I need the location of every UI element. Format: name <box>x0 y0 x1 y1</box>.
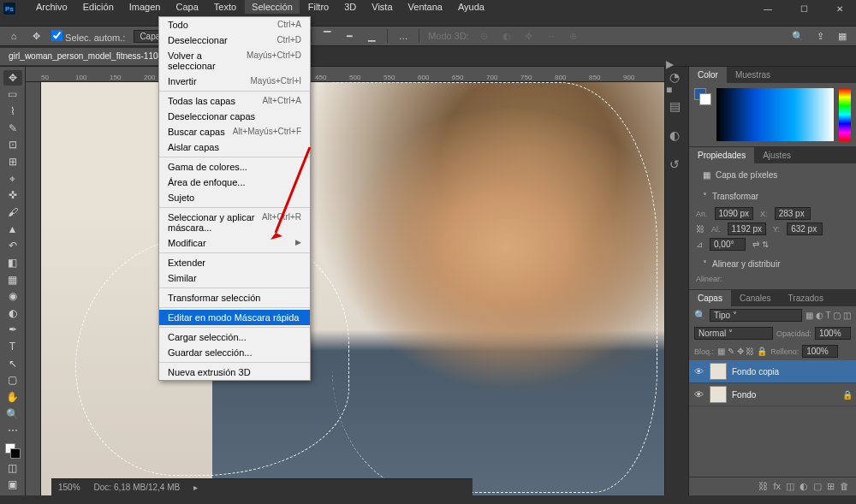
edit-toolbar[interactable]: ⋯ <box>3 423 22 438</box>
eyedropper-tool[interactable]: ⌖ <box>3 171 22 187</box>
layer-name[interactable]: Fondo <box>732 390 837 400</box>
3d-pan-icon[interactable]: ✥ <box>522 29 536 43</box>
new-layer-icon[interactable]: ⊞ <box>827 481 835 492</box>
width-field[interactable]: 1090 px <box>715 207 754 220</box>
history-icon[interactable]: ↺ <box>669 157 685 173</box>
move-tool[interactable]: ✥ <box>3 70 22 86</box>
menu-item-transformar-selecci-n[interactable]: Transformar selección <box>159 290 310 305</box>
tab-layers[interactable]: Capas <box>689 290 731 306</box>
menu-item-modificar[interactable]: Modificar▶ <box>159 235 310 251</box>
layer-name[interactable]: Fondo copia <box>732 367 853 377</box>
menu-item-aislar-capas[interactable]: Aislar capas <box>159 139 310 155</box>
eraser-tool[interactable]: ◧ <box>3 255 22 270</box>
angle-field[interactable]: 0,00° <box>710 238 746 251</box>
delete-icon[interactable]: 🗑 <box>840 481 849 492</box>
align-middle-icon[interactable]: ━ <box>342 29 356 43</box>
transform-header[interactable]: ˅ Transformar <box>696 188 849 205</box>
tab-adjustments[interactable]: Ajustes <box>754 147 800 163</box>
menu-item-volver-a-seleccionar[interactable]: Volver a seleccionarMayús+Ctrl+D <box>159 48 310 74</box>
healing-tool[interactable]: ✜ <box>3 187 22 203</box>
path-tool[interactable]: ↖ <box>3 356 22 371</box>
menu-edición[interactable]: Edición <box>76 0 121 14</box>
y-field[interactable]: 632 px <box>787 222 823 235</box>
menu-item-nueva-extrusi-n-3d[interactable]: Nueva extrusión 3D <box>159 365 310 380</box>
menu-filtro[interactable]: Filtro <box>301 0 336 14</box>
stamp-tool[interactable]: ▲ <box>3 222 22 237</box>
menu-3d[interactable]: 3D <box>337 0 363 14</box>
adjustments-icon[interactable]: ◐ <box>669 128 685 144</box>
align-header[interactable]: ˅ Alinear y distribuir <box>696 256 849 272</box>
align-bottom-icon[interactable]: ▁ <box>365 29 378 43</box>
crop-tool[interactable]: ⊡ <box>3 138 22 153</box>
menu-item-invertir[interactable]: InvertirMayús+Ctrl+I <box>159 74 310 89</box>
libraries-icon[interactable]: ▤ <box>669 99 685 115</box>
menu-selección[interactable]: Selección <box>245 0 300 14</box>
tab-color[interactable]: Color <box>689 67 727 83</box>
menu-imagen[interactable]: Imagen <box>122 0 168 14</box>
play-icon[interactable]: ▶ <box>666 58 680 72</box>
color-swatches[interactable] <box>5 443 21 459</box>
layer-row[interactable]: 👁 Fondo copia <box>689 360 856 383</box>
zoom-tool[interactable]: 🔍 <box>3 406 22 422</box>
frame-tool[interactable]: ⊞ <box>3 154 22 169</box>
menu-texto[interactable]: Texto <box>207 0 243 14</box>
3d-roll-icon[interactable]: ◐ <box>500 29 514 43</box>
layer-thumbnail[interactable] <box>710 363 727 380</box>
lock-icon[interactable]: 🔒 <box>842 390 853 400</box>
blend-mode[interactable]: Normal ˅ <box>694 327 773 340</box>
3d-zoom-icon[interactable]: ⊕ <box>567 29 580 43</box>
brush-tool[interactable]: 🖌 <box>3 205 22 220</box>
stop-icon[interactable]: ■ <box>666 84 680 98</box>
canvas[interactable] <box>41 82 664 495</box>
bg-color[interactable] <box>699 93 711 105</box>
minimize-button[interactable]: — <box>755 4 781 14</box>
tab-paths[interactable]: Trazados <box>780 290 832 306</box>
history-brush-tool[interactable]: ↶ <box>3 238 22 253</box>
dodge-tool[interactable]: ◐ <box>3 305 22 321</box>
search-icon[interactable]: 🔍 <box>791 29 805 43</box>
link-icon[interactable]: ⛓ <box>696 224 704 234</box>
menu-item-editar-en-modo-m-scara-r-pida[interactable]: Editar en modo Máscara rápida <box>159 310 310 325</box>
pen-tool[interactable]: ✒ <box>3 323 22 338</box>
menu-item-seleccionar-y-aplicar-m-scara[interactable]: Seleccionar y aplicar máscara...Alt+Ctrl… <box>159 210 310 235</box>
auto-select-checkbox[interactable]: Selec. autom.: <box>51 30 125 43</box>
maximize-button[interactable]: ☐ <box>791 4 817 14</box>
menu-archivo[interactable]: Archivo <box>29 0 74 14</box>
type-tool[interactable]: T <box>3 339 22 354</box>
menu-capa[interactable]: Capa <box>169 0 205 14</box>
menu-item-guardar-selecci-n[interactable]: Guardar selección... <box>159 345 310 360</box>
menu-item-extender[interactable]: Extender <box>159 255 310 270</box>
lock-icons[interactable]: ▦ ✎ ✥ ⛓ 🔒 <box>717 347 767 356</box>
link-layers-icon[interactable]: ⛓ <box>758 481 768 492</box>
layer-row[interactable]: 👁 Fondo 🔒 <box>689 383 856 406</box>
gradient-tool[interactable]: ▦ <box>3 272 22 288</box>
layer-thumbnail[interactable] <box>710 386 727 403</box>
fx-icon[interactable]: fx <box>773 481 781 492</box>
lasso-tool[interactable]: ⌇ <box>3 104 22 119</box>
doc-size-arrow[interactable]: ▸ <box>193 483 198 492</box>
3d-orbit-icon[interactable]: ⊙ <box>478 29 491 43</box>
mask-icon[interactable]: ◫ <box>786 481 794 492</box>
shape-tool[interactable]: ▢ <box>3 373 22 388</box>
visibility-icon[interactable]: 👁 <box>693 366 704 377</box>
height-field[interactable]: 1192 px <box>728 222 767 235</box>
fill-field[interactable]: 100% <box>802 345 838 358</box>
color-field[interactable] <box>716 88 834 141</box>
tab-channels[interactable]: Canales <box>731 290 780 306</box>
menu-item-todo[interactable]: TodoCtrl+A <box>159 17 310 33</box>
menu-item-sujeto[interactable]: Sujeto <box>159 190 310 205</box>
flip-icons[interactable]: ⇄ ⇅ <box>752 240 769 249</box>
color-swatch-pair[interactable] <box>694 88 711 105</box>
share-icon[interactable]: ⇪ <box>813 29 827 43</box>
menu-item-gama-de-colores[interactable]: Gama de colores... <box>159 159 310 175</box>
menu-item-cargar-selecci-n[interactable]: Cargar selección... <box>159 329 310 345</box>
tab-properties[interactable]: Propiedades <box>689 147 754 163</box>
more-icon[interactable]: … <box>396 29 410 43</box>
screen-mode[interactable]: ▣ <box>3 477 22 492</box>
home-icon[interactable]: ⌂ <box>7 29 21 43</box>
visibility-icon[interactable]: 👁 <box>693 389 704 400</box>
menu-ventana[interactable]: Ventana <box>401 0 449 14</box>
align-top-icon[interactable]: ▔ <box>320 29 334 43</box>
close-button[interactable]: ✕ <box>827 4 853 14</box>
marquee-tool[interactable]: ▭ <box>3 87 22 103</box>
